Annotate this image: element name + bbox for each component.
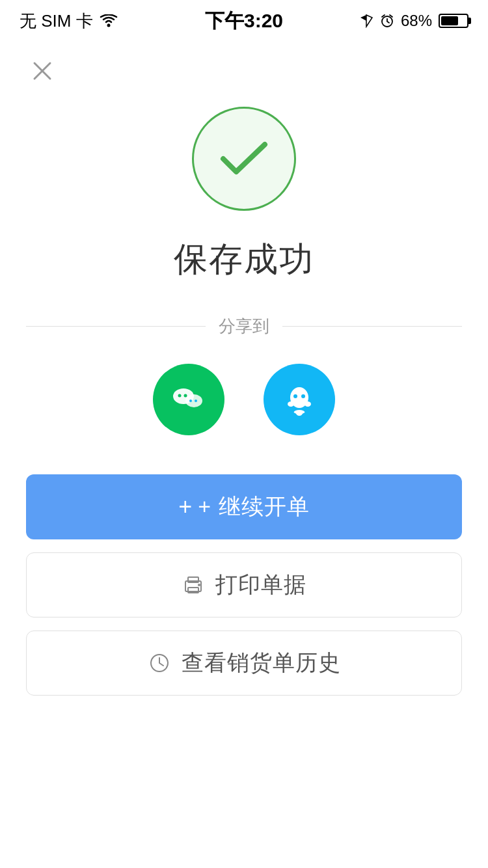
wechat-share-button[interactable] — [153, 364, 224, 435]
divider-line-left — [26, 326, 206, 327]
continue-order-icon: + — [178, 493, 193, 521]
success-title: 保存成功 — [174, 237, 314, 282]
print-receipt-button[interactable]: 打印单据 — [26, 552, 462, 617]
view-history-button[interactable]: 查看销货单历史 — [26, 631, 462, 696]
success-circle — [192, 107, 296, 211]
svg-point-11 — [288, 401, 294, 407]
history-icon — [148, 651, 171, 675]
close-icon — [31, 59, 54, 83]
checkmark-icon — [218, 139, 270, 178]
continue-order-button[interactable]: + + 继续开单 — [26, 474, 462, 539]
qq-icon — [279, 379, 319, 420]
print-receipt-label: 打印单据 — [215, 570, 306, 600]
view-history-label: 查看销货单历史 — [182, 648, 341, 678]
alarm-icon — [380, 14, 394, 28]
svg-point-15 — [301, 394, 305, 398]
battery-icon — [439, 14, 468, 28]
close-button[interactable] — [26, 55, 59, 87]
status-right: 68% — [359, 12, 468, 30]
svg-point-9 — [195, 400, 197, 402]
printer-icon — [182, 573, 205, 597]
main-content: 保存成功 分享到 — [0, 42, 488, 868]
divider-line-right — [282, 326, 462, 327]
svg-point-8 — [189, 400, 192, 402]
wifi-icon — [100, 14, 118, 27]
qq-share-button[interactable] — [264, 364, 335, 435]
share-label: 分享到 — [206, 315, 282, 338]
status-carrier: 无 SIM 卡 — [20, 10, 118, 33]
svg-point-6 — [178, 394, 182, 398]
svg-point-12 — [305, 401, 311, 407]
location-icon — [359, 14, 373, 28]
wechat-icon — [169, 379, 209, 420]
status-bar: 无 SIM 卡 下午3:20 68% — [0, 0, 488, 42]
continue-order-label: + 继续开单 — [198, 492, 309, 522]
battery-percentage: 68% — [401, 12, 432, 30]
status-time: 下午3:20 — [205, 8, 283, 34]
svg-point-20 — [198, 584, 200, 586]
svg-point-14 — [293, 394, 297, 398]
svg-point-5 — [185, 394, 202, 407]
svg-point-0 — [107, 24, 110, 27]
share-icons-container — [153, 364, 335, 435]
action-buttons: + + 继续开单 打印单据 查看销货单历史 — [26, 474, 462, 696]
svg-point-7 — [184, 394, 187, 398]
share-divider: 分享到 — [26, 315, 462, 338]
